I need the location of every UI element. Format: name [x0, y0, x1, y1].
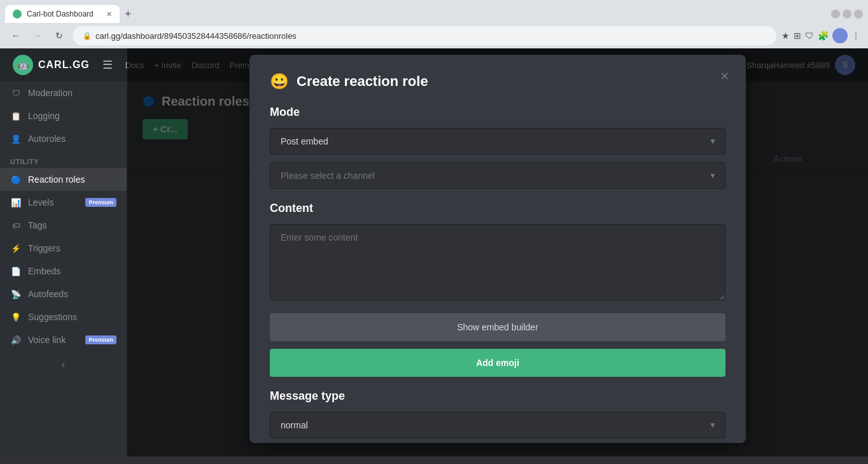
hamburger-icon[interactable]: ☰: [102, 58, 113, 72]
sidebar-label-autoroles: Autoroles: [28, 134, 66, 144]
sidebar-label-autofeeds: Autofeeds: [28, 289, 68, 299]
sidebar-label-tags: Tags: [28, 220, 47, 230]
main-content: 🔵 Reaction roles + Cr... Actions 😀 Creat…: [127, 48, 868, 456]
modal-header-emoji: 😀: [270, 73, 289, 90]
active-tab[interactable]: Carl-bot Dashboard ✕: [5, 5, 120, 23]
sidebar-item-autoroles[interactable]: 👤 Autoroles: [0, 127, 127, 150]
sidebar-item-levels[interactable]: 📊 Levels Premium: [0, 191, 127, 214]
logo: 🤖 CARL.GG: [13, 55, 90, 75]
logo-icon: 🤖: [13, 55, 33, 75]
browser-chrome: Carl-bot Dashboard ✕ + ← → ↻ 🔒 carl.gg/d…: [0, 0, 868, 48]
tab-favicon: [13, 10, 22, 18]
browser-forward-button[interactable]: →: [29, 27, 46, 44]
modal-close-button[interactable]: ✕: [715, 67, 733, 85]
sidebar: 🛡 Moderation 📋 Logging 👤 Autoroles UTILI…: [0, 48, 127, 456]
content-textarea[interactable]: [270, 224, 725, 300]
channel-select[interactable]: Please select a channel: [270, 162, 725, 189]
tab-title: Carl-bot Dashboard: [27, 10, 101, 18]
sidebar-item-suggestions[interactable]: 💡 Suggestions: [0, 306, 127, 328]
lock-icon: 🔒: [83, 32, 92, 40]
channel-select-wrapper: Please select a channel ▼: [270, 162, 725, 189]
levels-premium-badge: Premium: [85, 198, 116, 207]
tags-icon: 🏷: [10, 221, 22, 230]
sidebar-label-moderation: Moderation: [28, 88, 73, 98]
message-type-section: Message type normal embed ▼: [270, 390, 725, 439]
autofeeds-icon: 📡: [10, 290, 22, 299]
modal-header: 😀 Create reaction role: [270, 73, 725, 90]
sidebar-label-suggestions: Suggestions: [28, 312, 77, 322]
sidebar-item-voice-link[interactable]: 🔊 Voice link Premium: [0, 328, 127, 351]
voice-link-icon: 🔊: [10, 335, 22, 345]
app: 🛡 Moderation 📋 Logging 👤 Autoroles UTILI…: [0, 48, 868, 456]
sidebar-item-logging[interactable]: 📋 Logging: [0, 104, 127, 127]
sidebar-label-levels: Levels: [28, 197, 53, 207]
browser-back-button[interactable]: ←: [8, 27, 24, 44]
url-text: carl.gg/dashboard/894503528444358686/rea…: [95, 31, 297, 41]
address-bar-row: ← → ↻ 🔒 carl.gg/dashboard/89450352844435…: [0, 23, 868, 48]
tab-bar: Carl-bot Dashboard ✕ +: [0, 0, 868, 23]
sidebar-section-utility: UTILITY: [0, 150, 127, 168]
suggestions-icon: 💡: [10, 313, 22, 322]
sidebar-item-embeds[interactable]: 📄 Embeds: [0, 260, 127, 283]
tab-close-icon[interactable]: ✕: [106, 10, 112, 18]
modal-title: Create reaction role: [297, 73, 428, 90]
mode-select-wrapper: Post embed Add to existing message Link …: [270, 128, 725, 155]
triggers-icon: ⚡: [10, 244, 22, 253]
browser-refresh-button[interactable]: ↻: [51, 27, 67, 44]
sidebar-item-autofeeds[interactable]: 📡 Autofeeds: [0, 283, 127, 306]
reaction-roles-icon: 🔵: [10, 175, 22, 185]
show-embed-builder-button[interactable]: Show embed builder: [270, 313, 725, 341]
sidebar-collapse-button[interactable]: ‹: [0, 351, 127, 378]
sidebar-label-triggers: Triggers: [28, 243, 60, 253]
sidebar-item-moderation[interactable]: 🛡 Moderation: [0, 81, 127, 104]
voice-link-premium-badge: Premium: [85, 335, 116, 344]
add-emoji-button[interactable]: Add emoji: [270, 349, 725, 377]
content-section-label: Content: [270, 202, 725, 215]
sidebar-label-embeds: Embeds: [28, 266, 60, 276]
sidebar-item-triggers[interactable]: ⚡ Triggers: [0, 237, 127, 260]
autoroles-icon: 👤: [10, 134, 22, 144]
mode-section-label: Mode: [270, 106, 725, 119]
modal-overlay[interactable]: 😀 Create reaction role ✕ Mode Post embed…: [127, 48, 868, 456]
sidebar-label-logging: Logging: [28, 111, 60, 121]
sidebar-label-reaction-roles: Reaction roles: [28, 174, 85, 185]
logo-text: CARL.GG: [38, 59, 90, 71]
sidebar-item-reaction-roles[interactable]: 🔵 Reaction roles: [0, 168, 127, 191]
sidebar-label-voice-link: Voice link: [28, 335, 66, 345]
url-bar[interactable]: 🔒 carl.gg/dashboard/894503528444358686/r…: [73, 26, 776, 45]
moderation-icon: 🛡: [10, 88, 22, 98]
create-reaction-role-modal: 😀 Create reaction role ✕ Mode Post embed…: [249, 55, 746, 443]
new-tab-button[interactable]: +: [120, 8, 137, 21]
message-type-label: Message type: [270, 390, 725, 403]
logging-icon: 📋: [10, 111, 22, 121]
mode-section: Mode Post embed Add to existing message …: [270, 106, 725, 189]
mode-select[interactable]: Post embed Add to existing message Link …: [270, 128, 725, 155]
sidebar-item-tags[interactable]: 🏷 Tags: [0, 214, 127, 237]
message-type-select[interactable]: normal embed: [270, 412, 725, 439]
content-section: Content: [270, 202, 725, 303]
browser-extensions: ★ ⊞ 🛡 🧩 ⋮: [781, 28, 860, 43]
embeds-icon: 📄: [10, 267, 22, 276]
levels-icon: 📊: [10, 198, 22, 207]
message-type-select-wrapper: normal embed ▼: [270, 412, 725, 439]
